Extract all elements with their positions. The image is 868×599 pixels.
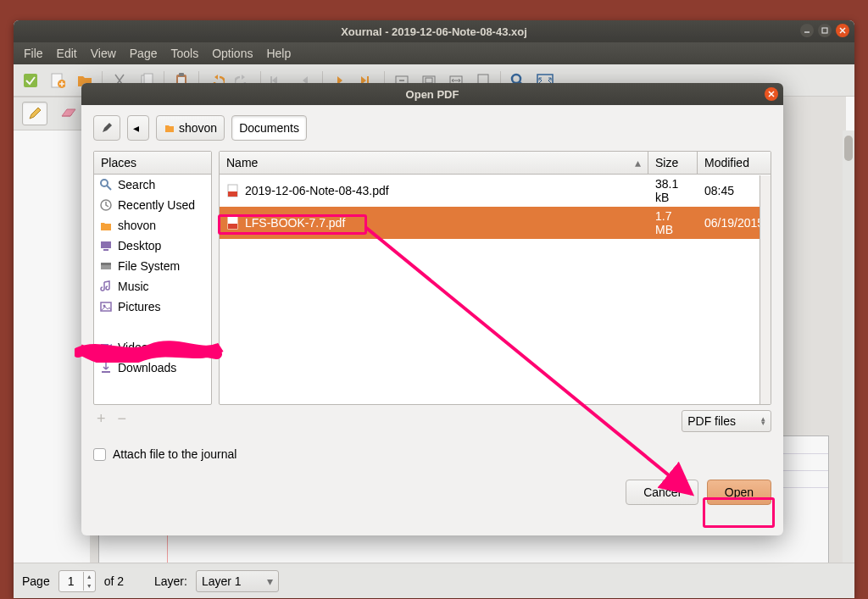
- file-name: 2019-12-06-Note-08-43.pdf: [245, 184, 389, 197]
- file-list-header: Name▴ Size Modified: [220, 152, 771, 175]
- place-icon: [99, 178, 113, 191]
- svg-point-30: [101, 180, 108, 186]
- file-row[interactable]: 2019-12-06-Note-08-43.pdf38.1 kB08:45: [220, 175, 771, 207]
- dialog-titlebar: Open PDF: [81, 83, 783, 105]
- attach-label: Attach file to the journal: [113, 447, 236, 461]
- file-filter-label: PDF files: [687, 414, 736, 428]
- attach-checkbox-row[interactable]: Attach file to the journal: [93, 447, 771, 461]
- place-label: Downloads: [118, 361, 176, 374]
- place-label: File System: [118, 259, 180, 273]
- file-list-scrollbar[interactable]: [760, 175, 771, 404]
- file-row[interactable]: LFS-BOOK-7.7.pdf1.7 MB06/19/2015: [220, 207, 771, 239]
- place-icon: [99, 219, 113, 232]
- place-label: Music: [118, 280, 149, 293]
- place-label: Pictures: [118, 300, 161, 313]
- place-icon: [99, 280, 113, 293]
- places-panel: Places SearchRecently UsedshovonDesktopF…: [93, 151, 212, 405]
- place-item[interactable]: shovon: [94, 215, 211, 236]
- place-icon: [99, 300, 113, 313]
- place-icon: [99, 239, 113, 252]
- dialog-title: Open PDF: [406, 88, 459, 101]
- column-name-header[interactable]: Name▴: [220, 152, 648, 174]
- place-icon: [99, 361, 113, 374]
- file-list: Name▴ Size Modified 2019-12-06-Note-08-4…: [219, 151, 771, 405]
- place-item[interactable]: File System: [94, 256, 211, 276]
- file-filter-combo[interactable]: PDF files ▴▾: [682, 410, 771, 432]
- place-item[interactable]: Search: [94, 175, 211, 195]
- path-edit-toggle[interactable]: [93, 115, 120, 141]
- place-label: Recently Used: [118, 198, 195, 212]
- place-icon: [99, 198, 113, 212]
- place-label: Desktop: [118, 239, 161, 252]
- attach-checkbox[interactable]: [93, 448, 106, 461]
- redaction-scribble: [75, 337, 227, 363]
- cancel-button[interactable]: Cancel: [626, 480, 698, 505]
- svg-line-31: [107, 186, 111, 190]
- file-size: 1.7 MB: [648, 207, 698, 239]
- file-size: 38.1 kB: [648, 175, 698, 207]
- svg-rect-41: [228, 191, 237, 197]
- place-icon: [99, 259, 113, 273]
- open-pdf-dialog: Open PDF ◂ shovon Documents Places Searc…: [81, 83, 783, 535]
- column-modified-header[interactable]: Modified: [698, 152, 771, 174]
- remove-bookmark-icon[interactable]: −: [118, 410, 127, 428]
- place-item[interactable]: Music: [94, 276, 211, 297]
- add-bookmark-icon[interactable]: +: [97, 410, 106, 428]
- place-label: shovon: [118, 219, 156, 232]
- place-item[interactable]: Desktop: [94, 236, 211, 256]
- svg-rect-34: [103, 249, 108, 251]
- places-header: Places: [94, 152, 211, 175]
- svg-rect-33: [101, 241, 111, 248]
- path-back-button[interactable]: ◂: [127, 115, 149, 141]
- path-segment-current[interactable]: Documents: [231, 115, 307, 141]
- place-icon: [99, 320, 113, 334]
- path-bar: ◂ shovon Documents: [93, 115, 771, 141]
- place-item[interactable]: Pictures: [94, 297, 211, 317]
- file-name: LFS-BOOK-7.7.pdf: [245, 216, 345, 230]
- pdf-file-icon: [226, 216, 240, 230]
- path-segment-home[interactable]: shovon: [156, 115, 225, 141]
- dialog-close-button[interactable]: [765, 87, 778, 101]
- place-label: Search: [118, 178, 155, 191]
- column-size-header[interactable]: Size: [648, 152, 698, 174]
- open-button[interactable]: Open: [707, 480, 771, 505]
- svg-rect-36: [101, 263, 111, 265]
- place-item[interactable]: [94, 317, 211, 337]
- svg-rect-43: [228, 224, 237, 229]
- pdf-file-icon: [226, 184, 240, 197]
- place-item[interactable]: Recently Used: [94, 195, 211, 215]
